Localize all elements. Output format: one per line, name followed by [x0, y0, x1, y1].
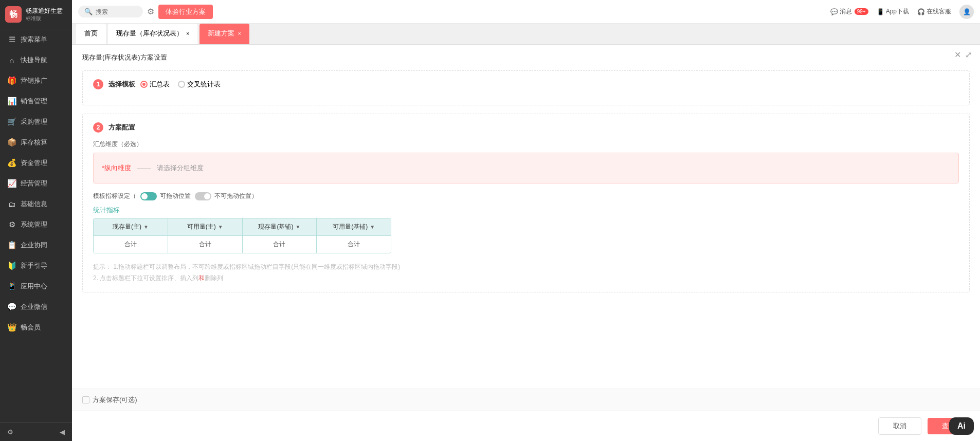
nav-icon-basic-info: 🗂 — [7, 200, 16, 209]
radio-summary[interactable]: 汇总表 — [140, 80, 170, 89]
indicator-label-text: 模板指标设定（ — [93, 192, 136, 200]
dimension-dash: —— — [137, 164, 151, 172]
sidebar-item-search-menu[interactable]: ☰ 搜索菜单 — [0, 29, 72, 50]
settings-icon[interactable]: ⚙ — [7, 428, 13, 436]
stat-col-chevron-3[interactable]: ▼ — [370, 224, 375, 230]
stat-col-header-2[interactable]: 现存量(基辅) ▼ — [243, 218, 317, 235]
sidebar-item-system[interactable]: ⚙ 系统管理 — [0, 214, 72, 235]
nav-icon-purchase: 🛒 — [7, 117, 16, 126]
stat-col-header-3[interactable]: 可用量(基辅) ▼ — [317, 218, 391, 235]
nav-icon-member: 👑 — [7, 323, 16, 332]
tab-close-new-scheme[interactable]: × — [238, 30, 241, 36]
nav-label-quick-nav: 快捷导航 — [21, 56, 47, 65]
user-avatar[interactable]: 👤 — [959, 5, 974, 19]
stat-col-header-0[interactable]: 现存量(主) ▼ — [94, 218, 168, 235]
trial-btn[interactable]: 体验行业方案 — [158, 5, 213, 19]
collapse-icon[interactable]: ◀ — [60, 428, 65, 436]
sidebar-item-wechat[interactable]: 💬 企业微信 — [0, 297, 72, 317]
nav-icon-system: ⚙ — [7, 220, 16, 229]
sidebar-item-sales[interactable]: 📊 销售管理 — [0, 91, 72, 112]
tab-inventory[interactable]: 现存量（库存状况表）× — [108, 24, 197, 44]
stat-col-chevron-1[interactable]: ▼ — [218, 224, 223, 230]
sidebar-item-app-center[interactable]: 📱 应用中心 — [0, 276, 72, 297]
nav-label-basic-info: 基础信息 — [21, 199, 47, 209]
nav-icon-marketing: 🎁 — [7, 76, 16, 85]
stat-col-label-0: 现存量(主) — [113, 223, 141, 231]
sidebar-item-inventory[interactable]: 📦 库存核算 — [0, 132, 72, 153]
sidebar-item-quick-nav[interactable]: ⌂ 快捷导航 — [0, 50, 72, 70]
close-panel-icon[interactable]: ✕ — [954, 50, 961, 60]
radio-cross[interactable]: 交叉统计表 — [178, 80, 221, 89]
sidebar-item-agreement[interactable]: 📋 企业协同 — [0, 235, 72, 255]
stat-col-header-1[interactable]: 可用量(主) ▼ — [168, 218, 243, 235]
sidebar-logo: 畅 畅康通好生意 标准版 — [0, 0, 72, 29]
nav-label-sales: 销售管理 — [21, 97, 47, 106]
radio-dot-summary — [140, 81, 148, 88]
section-2: 2 方案配置 汇总维度（必选） *纵向维度 —— 请选择分组维度 模板指标设定（ — [82, 114, 970, 292]
tab-close-inventory[interactable]: × — [186, 30, 189, 36]
search-box[interactable]: 🔍 — [78, 6, 143, 17]
nav-label-search-menu: 搜索菜单 — [21, 35, 47, 44]
ai-bubble[interactable]: Ai — [949, 417, 974, 435]
topbar: 🔍 ⚙ 体验行业方案 💬 消息 99+ 📱 App下载 🎧 在线客服 👤 — [72, 0, 980, 24]
app-logo-text: 畅康通好生意 标准版 — [26, 7, 63, 22]
tab-new-scheme[interactable]: 新建方案× — [199, 24, 249, 44]
save-checkbox[interactable] — [82, 396, 89, 403]
headset-icon: 🎧 — [917, 8, 925, 15]
toggle-on[interactable]: 可拖动位置 — [140, 192, 191, 200]
nav-icon-guide: 🔰 — [7, 261, 16, 270]
stat-col-label-1: 可用量(主) — [187, 223, 216, 231]
nav-label-system: 系统管理 — [21, 220, 47, 229]
app-logo-icon: 畅 — [5, 6, 22, 23]
sidebar-item-marketing[interactable]: 🎁 营销推广 — [0, 70, 72, 91]
radio-dot-cross — [178, 81, 185, 88]
nav-icon-finance: 💰 — [7, 158, 16, 168]
nav-label-operations: 经营管理 — [21, 179, 47, 188]
stat-col-chevron-2[interactable]: ▼ — [295, 224, 300, 230]
nav-label-marketing: 营销推广 — [21, 76, 47, 85]
cancel-button[interactable]: 取消 — [878, 417, 921, 435]
expand-panel-icon[interactable]: ⤢ — [965, 50, 972, 60]
app-download-btn[interactable]: 📱 App下载 — [877, 7, 909, 16]
settings-icon[interactable]: ⚙ — [147, 7, 154, 16]
stat-col-label-2: 现存量(基辅) — [258, 223, 293, 231]
nav-label-purchase: 采购管理 — [21, 117, 47, 126]
nav-icon-sales: 📊 — [7, 97, 16, 106]
sidebar-item-basic-info[interactable]: 🗂 基础信息 — [0, 194, 72, 214]
save-label: 方案保存(可选) — [93, 395, 137, 405]
footer-buttons: 取消 查询 — [72, 411, 980, 441]
sidebar-item-purchase[interactable]: 🛒 采购管理 — [0, 112, 72, 132]
dimension-placeholder[interactable]: 请选择分组维度 — [157, 163, 204, 173]
save-checkbox-item[interactable]: 方案保存(可选) — [82, 395, 137, 405]
online-service-btn[interactable]: 🎧 在线客服 — [917, 7, 951, 16]
message-icon: 💬 — [830, 8, 838, 15]
tab-home[interactable]: 首页 — [76, 24, 106, 44]
nav-label-member: 畅会员 — [21, 323, 41, 332]
sidebar-item-guide[interactable]: 🔰 新手引导 — [0, 255, 72, 276]
mobile-icon: 📱 — [877, 8, 884, 15]
toggle-off[interactable]: 不可拖动位置） — [195, 192, 258, 200]
nav-icon-quick-nav: ⌂ — [7, 56, 16, 65]
sidebar-item-finance[interactable]: 💰 资金管理 — [0, 153, 72, 173]
search-input[interactable] — [96, 8, 137, 15]
section-1: 1 选择模板 汇总表交叉统计表 — [82, 70, 970, 105]
indicator-label: 模板指标设定（ 可拖动位置 不可拖动位置） — [93, 192, 959, 200]
section-2-num: 2 — [93, 122, 103, 133]
nav-label-guide: 新手引导 — [21, 261, 47, 270]
stat-cell-1: 合计 — [168, 236, 243, 253]
stat-cell-3: 合计 — [317, 236, 391, 253]
indicator-settings: 模板指标设定（ 可拖动位置 不可拖动位置） 统计指标 现存量(主) ▼可用量(主 — [93, 192, 959, 284]
nav-icon-app-center: 📱 — [7, 282, 16, 291]
nav-label-agreement: 企业协同 — [21, 241, 47, 250]
nav-icon-agreement: 📋 — [7, 241, 16, 250]
tab-label-new-scheme: 新建方案 — [208, 29, 234, 38]
tip-line: 2. 点击标题栏下拉可设置排序、插入列和删除列 — [93, 273, 959, 284]
content-area: ✕ ⤢ 现存量(库存状况表)方案设置 1 选择模板 汇总表交叉统计表 2 方案配… — [72, 45, 980, 389]
sidebar-item-operations[interactable]: 📈 经营管理 — [0, 173, 72, 194]
sidebar-item-member[interactable]: 👑 畅会员 — [0, 317, 72, 338]
section-1-title: 选择模板 — [108, 80, 135, 89]
stat-col-chevron-0[interactable]: ▼ — [143, 224, 149, 230]
main-area: 🔍 ⚙ 体验行业方案 💬 消息 99+ 📱 App下载 🎧 在线客服 👤 — [72, 0, 980, 441]
nav-icon-wechat: 💬 — [7, 302, 16, 311]
message-btn[interactable]: 💬 消息 99+ — [830, 7, 868, 16]
